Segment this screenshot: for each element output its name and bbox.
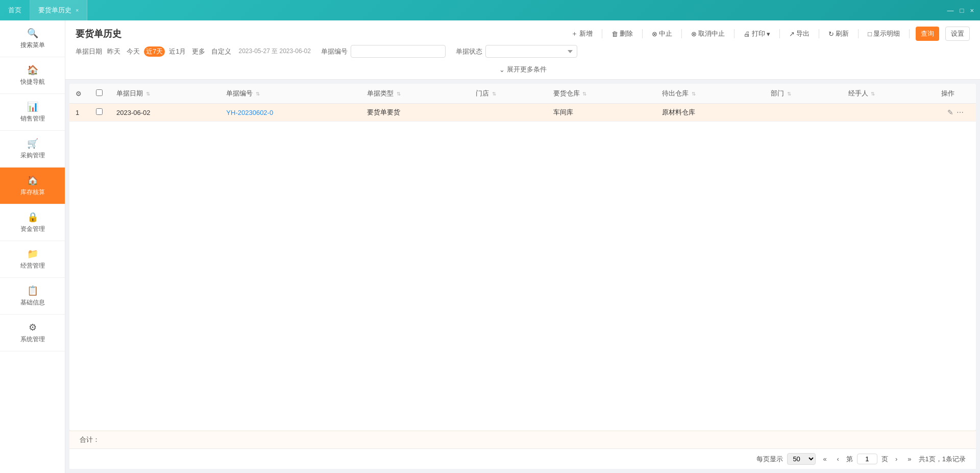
- toolbar: ＋ 新增 🗑 删除 ⊗ 中止 ⊗: [568, 27, 970, 41]
- page-size-select[interactable]: 50 100 200: [787, 453, 816, 465]
- page-suffix: 页: [881, 455, 888, 464]
- more-shortcut[interactable]: 更多: [190, 46, 207, 57]
- today-shortcut[interactable]: 今天: [125, 46, 142, 57]
- sidebar-item-sales-label: 销售管理: [20, 114, 45, 123]
- column-req-warehouse: 要货仓库 ⇅: [547, 84, 656, 104]
- refresh-button[interactable]: ↻ 刷新: [825, 27, 852, 40]
- edit-action-icon[interactable]: ✎: [947, 108, 953, 116]
- date-filter-group: 单据日期 昨天 今天 近7天 近1月 更多 自定义 2023-05-27 至 2…: [76, 46, 311, 57]
- sidebar-item-purchase[interactable]: 🛒 采购管理: [0, 131, 65, 168]
- new-button[interactable]: ＋ 新增: [568, 27, 596, 40]
- yesterday-shortcut[interactable]: 昨天: [105, 46, 122, 57]
- sort-pending-warehouse-icon[interactable]: ⇅: [692, 91, 696, 97]
- print-dropdown-icon: ▾: [767, 30, 770, 38]
- summary-label: 合计：: [80, 435, 100, 444]
- window-close-btn[interactable]: ×: [970, 7, 974, 14]
- doc-status-select[interactable]: [485, 45, 577, 58]
- show-detail-button[interactable]: □ 显示明细: [865, 27, 903, 40]
- sidebar-item-search-menu[interactable]: 🔍 搜索菜单: [0, 20, 65, 57]
- filter-area: 单据日期 昨天 今天 近7天 近1月 更多 自定义 2023-05-27 至 2…: [76, 45, 970, 79]
- refresh-icon: ↻: [828, 30, 834, 38]
- action-icons: ✎ ⋯: [941, 108, 970, 116]
- print-icon: 🖨: [744, 30, 750, 38]
- delete-button[interactable]: 🗑 删除: [608, 27, 636, 40]
- next-page-btn[interactable]: ›: [892, 454, 900, 464]
- sidebar-item-basic-info[interactable]: 📋 基础信息: [0, 278, 65, 315]
- sidebar: 🔍 搜索菜单 🏠 快捷导航 📊 销售管理 🛒 采购管理 🏠 库存核算 🔒 资金管…: [0, 20, 65, 473]
- sort-department-icon[interactable]: ⇅: [787, 91, 791, 97]
- tab-home[interactable]: 首页: [0, 0, 30, 20]
- expand-more-btn[interactable]: ⌄ 展开更多条件: [76, 63, 970, 79]
- settings-button[interactable]: 设置: [945, 27, 970, 41]
- sort-handler-icon[interactable]: ⇅: [871, 91, 875, 97]
- inventory-icon: 🏠: [27, 175, 38, 186]
- table-area: ⚙ 单据日期 ⇅ 单据编号 ⇅ 单据类型: [69, 84, 976, 431]
- row-number-link[interactable]: YH-20230602-0: [226, 109, 273, 116]
- sales-icon: 📊: [27, 101, 38, 112]
- select-all-checkbox[interactable]: [96, 89, 103, 96]
- row-select-checkbox[interactable]: [96, 108, 103, 115]
- window-maximize-btn[interactable]: □: [960, 7, 964, 14]
- more-action-icon[interactable]: ⋯: [957, 108, 964, 116]
- quick-nav-icon: 🏠: [27, 64, 38, 76]
- last1month-shortcut[interactable]: 近1月: [167, 46, 188, 57]
- doc-status-label: 单据状态: [456, 47, 482, 56]
- last-page-btn[interactable]: »: [904, 454, 914, 464]
- sidebar-item-sales[interactable]: 📊 销售管理: [0, 94, 65, 131]
- sidebar-item-operations[interactable]: 📁 经营管理: [0, 241, 65, 278]
- data-table: ⚙ 单据日期 ⇅ 单据编号 ⇅ 单据类型: [69, 84, 976, 122]
- sort-date-icon[interactable]: ⇅: [146, 91, 150, 97]
- sort-number-icon[interactable]: ⇅: [256, 91, 260, 97]
- sort-type-icon[interactable]: ⇅: [397, 91, 401, 97]
- query-button[interactable]: 查询: [916, 27, 939, 41]
- sidebar-item-quick-nav[interactable]: 🏠 快捷导航: [0, 57, 65, 94]
- query-label: 查询: [921, 29, 934, 38]
- suspend-label: 中止: [659, 29, 672, 38]
- tab-close-icon[interactable]: ×: [76, 7, 79, 13]
- divider-5: [779, 29, 780, 38]
- page-number-input[interactable]: [857, 454, 877, 464]
- first-page-btn[interactable]: «: [820, 454, 829, 464]
- doc-number-input[interactable]: [351, 45, 446, 58]
- sidebar-item-finance[interactable]: 🔒 资金管理: [0, 204, 65, 241]
- row-number: YH-20230602-0: [220, 104, 361, 122]
- sidebar-item-operations-label: 经营管理: [20, 262, 45, 270]
- prev-page-btn[interactable]: ‹: [834, 454, 842, 464]
- column-actions: 操作: [935, 84, 976, 104]
- sidebar-item-basic-info-label: 基础信息: [20, 298, 45, 307]
- sidebar-item-purchase-label: 采购管理: [20, 151, 45, 160]
- top-bar-actions: — □ ×: [947, 7, 980, 14]
- tab-requisition-history-label: 要货单历史: [38, 6, 71, 15]
- suspend-button[interactable]: ⊗ 中止: [649, 27, 675, 40]
- row-actions: ✎ ⋯: [935, 104, 976, 122]
- sidebar-item-search-menu-label: 搜索菜单: [20, 41, 45, 50]
- sidebar-item-system[interactable]: ⚙ 系统管理: [0, 315, 65, 351]
- print-button[interactable]: 🖨 打印 ▾: [741, 27, 773, 40]
- sidebar-item-inventory[interactable]: 🏠 库存核算: [0, 168, 65, 204]
- custom-shortcut[interactable]: 自定义: [209, 46, 233, 57]
- new-icon: ＋: [571, 29, 578, 38]
- doc-number-label: 单据编号: [321, 47, 348, 56]
- top-bar-tabs: 首页 要货单历史 ×: [0, 0, 947, 20]
- column-handler: 经手人 ⇅: [842, 84, 935, 104]
- divider-3: [681, 29, 682, 38]
- cancel-suspend-button[interactable]: ⊗ 取消中止: [688, 27, 728, 40]
- sort-req-warehouse-icon[interactable]: ⇅: [582, 91, 586, 97]
- sidebar-item-system-label: 系统管理: [20, 335, 45, 344]
- column-checkbox: [90, 84, 110, 104]
- divider-1: [602, 29, 602, 38]
- last7days-shortcut[interactable]: 近7天: [144, 46, 165, 57]
- show-detail-checkbox: □: [868, 30, 872, 38]
- column-settings[interactable]: ⚙: [69, 84, 90, 104]
- cancel-suspend-label: 取消中止: [698, 29, 725, 38]
- tab-requisition-history[interactable]: 要货单历史 ×: [30, 0, 87, 20]
- system-icon: ⚙: [29, 322, 37, 333]
- suspend-icon: ⊗: [652, 30, 657, 38]
- sidebar-item-quick-nav-label: 快捷导航: [20, 78, 45, 86]
- tab-home-label: 首页: [8, 6, 21, 15]
- finance-icon: 🔒: [27, 211, 38, 223]
- window-minimize-btn[interactable]: —: [947, 7, 954, 14]
- export-button[interactable]: ↗ 导出: [786, 27, 813, 40]
- row-type: 要货单要货: [361, 104, 470, 122]
- sort-store-icon[interactable]: ⇅: [492, 91, 496, 97]
